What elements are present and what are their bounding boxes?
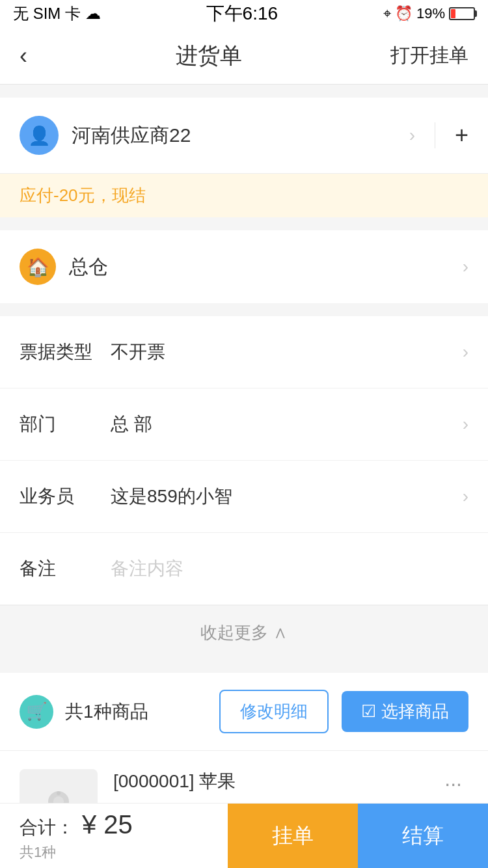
status-left: 无 SIM 卡 ☁ [13, 3, 101, 24]
select-product-label: 选择商品 [381, 700, 449, 723]
product-name: [0000001] 苹果 [113, 769, 438, 794]
select-product-icon: ☑ [361, 701, 376, 722]
status-bar: 无 SIM 卡 ☁ 下午6:16 ⌖ ⏰ 19% [0, 0, 488, 27]
location-icon: ⌖ [383, 5, 391, 22]
collapse-button[interactable]: 收起更多 ∧ [0, 605, 488, 660]
back-button[interactable]: ‹ [20, 42, 27, 70]
warehouse-chevron-icon: › [463, 256, 468, 277]
salesperson-chevron-icon: › [463, 486, 468, 507]
salesperson-row[interactable]: 业务员 这是859的小智 › [0, 461, 488, 533]
remark-input[interactable]: 备注内容 [111, 556, 468, 581]
products-icon: 🛒 [20, 695, 53, 729]
warehouse-name: 总仓 [69, 254, 463, 280]
collapse-label: 收起更多 ∧ [200, 623, 287, 642]
salesperson-label: 业务员 [20, 484, 111, 509]
total-row: 合计： ¥ 25 [20, 810, 208, 840]
nav-bar: ‹ 进货单 打开挂单 [0, 27, 488, 85]
sim-signal: 无 SIM 卡 ☁ [13, 3, 101, 24]
supplier-section: 👤 河南供应商22 › + 应付-20元，现结 [0, 98, 488, 217]
bottom-bar: 合计： ¥ 25 共1种 挂单 结算 [0, 803, 488, 868]
form-section: 票据类型 不开票 › 部门 总 部 › 业务员 这是859的小智 › 备注 备注… [0, 316, 488, 660]
checkout-button[interactable]: 结算 [358, 804, 488, 869]
invoice-row[interactable]: 票据类型 不开票 › [0, 316, 488, 388]
vertical-divider [435, 122, 435, 148]
divider-1 [0, 85, 488, 98]
supplier-row[interactable]: 👤 河南供应商22 › + [0, 98, 488, 174]
total-amount: ¥ 25 [82, 810, 133, 839]
cart-icon: 🛒 [26, 701, 47, 722]
notice-text: 应付-20元，现结 [20, 185, 146, 205]
battery-icon [449, 7, 475, 20]
status-time: 下午6:16 [206, 1, 278, 26]
hang-order-button[interactable]: 挂单 [228, 804, 358, 869]
battery-percent: 19% [416, 5, 445, 22]
notice-banner: 应付-20元，现结 [0, 174, 488, 217]
warehouse-section: 🏠 总仓 › [0, 230, 488, 303]
dept-row[interactable]: 部门 总 部 › [0, 388, 488, 461]
total-sub: 共1种 [20, 843, 208, 862]
invoice-value: 不开票 [111, 340, 463, 364]
product-title: 苹果 [199, 771, 236, 791]
add-supplier-button[interactable]: + [455, 122, 468, 149]
dept-chevron-icon: › [463, 414, 468, 435]
remark-row[interactable]: 备注 备注内容 [0, 533, 488, 605]
product-code: [0000001] [113, 771, 195, 791]
products-count: 共1种商品 [65, 699, 219, 724]
warehouse-row[interactable]: 🏠 总仓 › [0, 230, 488, 303]
alarm-icon: ⏰ [395, 5, 413, 22]
remark-label: 备注 [20, 556, 111, 581]
dept-value: 总 部 [111, 412, 463, 437]
status-right: ⌖ ⏰ 19% [383, 5, 475, 22]
invoice-chevron-icon: › [463, 342, 468, 362]
salesperson-value: 这是859的小智 [111, 484, 463, 509]
page-title: 进货单 [176, 41, 242, 71]
divider-2 [0, 217, 488, 230]
select-product-button[interactable]: ☑ 选择商品 [342, 691, 468, 732]
product-more-button[interactable]: ··· [438, 769, 468, 798]
products-header: 🛒 共1种商品 修改明细 ☑ 选择商品 [0, 673, 488, 751]
dept-label: 部门 [20, 412, 111, 437]
svg-rect-3 [57, 791, 61, 795]
total-section: 合计： ¥ 25 共1种 [0, 810, 228, 862]
divider-3 [0, 303, 488, 316]
warehouse-icon: 🏠 [20, 249, 56, 285]
supplier-avatar: 👤 [20, 116, 59, 155]
open-pending-button[interactable]: 打开挂单 [390, 42, 468, 69]
supplier-name: 河南供应商22 [72, 122, 409, 149]
avatar-icon: 👤 [28, 125, 51, 146]
total-label: 合计： [20, 815, 74, 840]
edit-detail-button[interactable]: 修改明细 [219, 690, 329, 733]
supplier-chevron-icon: › [409, 125, 415, 146]
invoice-label: 票据类型 [20, 340, 111, 364]
